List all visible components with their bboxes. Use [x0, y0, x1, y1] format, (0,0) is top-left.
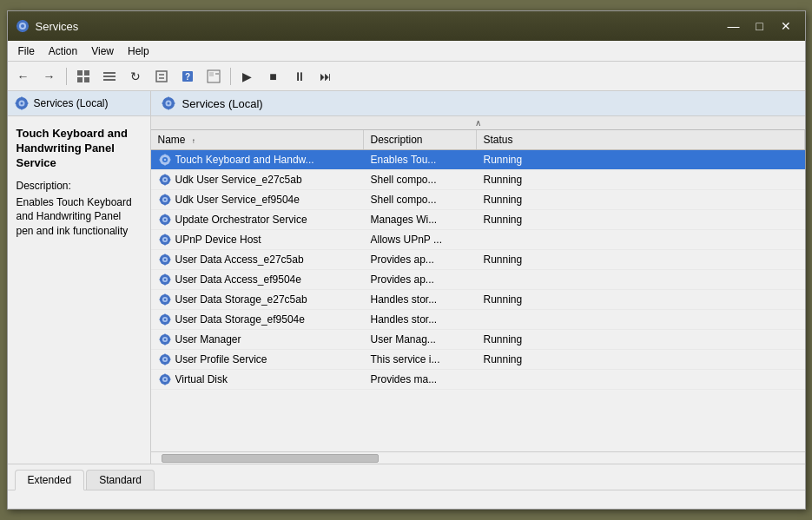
forward-button[interactable]: → [37, 65, 62, 88]
svg-point-45 [163, 179, 166, 181]
left-panel-header: Services (Local) [8, 91, 150, 116]
maximize-button[interactable]: □ [748, 16, 772, 36]
menu-help[interactable]: Help [121, 43, 156, 59]
svg-rect-7 [77, 70, 83, 76]
horizontal-scrollbar[interactable] [151, 451, 805, 464]
col-header-desc[interactable]: Description [364, 130, 477, 149]
table-row[interactable]: Udk User Service_e27c5ab Shell compo... … [151, 170, 805, 190]
table-header: Name ↑ Description Status [151, 130, 805, 150]
cell-name: Update Orchestrator Service [151, 210, 364, 229]
play-button[interactable]: ▶ [235, 65, 260, 88]
gear-icon [158, 273, 172, 286]
tab-extended[interactable]: Extended [15, 470, 85, 490]
bottom-tabs: Extended Standard [8, 464, 805, 490]
cell-name: UPnP Device Host [151, 230, 364, 249]
cell-desc: User Manag... [364, 331, 477, 348]
table-row[interactable]: User Data Storage_e27c5ab Handles stor..… [151, 290, 805, 310]
pause-button[interactable]: ⏸ [287, 65, 312, 88]
svg-rect-14 [156, 71, 167, 82]
gear-icon [158, 372, 172, 386]
svg-point-94 [163, 319, 166, 321]
menu-view[interactable]: View [84, 43, 121, 59]
export-button[interactable] [149, 65, 174, 88]
svg-point-101 [163, 339, 166, 341]
svg-rect-9 [77, 77, 83, 82]
gear-icon [158, 332, 172, 346]
menu-action[interactable]: Action [42, 43, 84, 59]
svg-text:?: ? [184, 72, 189, 82]
svg-point-115 [163, 378, 166, 381]
cell-name: User Data Access_e27c5ab [151, 250, 364, 269]
table-row[interactable]: Udk User Service_ef9504e Shell compo... … [151, 190, 805, 210]
left-panel: Services (Local) Touch Keyboard and Hand… [8, 91, 151, 464]
right-panel-header: Services (Local) [151, 91, 805, 116]
service-detail: Touch Keyboard and Handwriting Panel Ser… [8, 116, 150, 464]
table-row[interactable]: User Profile Service This service i... R… [151, 350, 805, 370]
cell-name: User Data Storage_e27c5ab [151, 290, 364, 309]
minimize-button[interactable]: — [722, 16, 746, 36]
svg-point-24 [20, 102, 23, 105]
view-standard-button[interactable] [71, 65, 96, 88]
cell-name: User Manager [151, 330, 364, 349]
toolbar-separator-2 [230, 68, 231, 85]
gear-icon [158, 313, 172, 326]
service-name: Touch Keyboard and Handwriting Panel Ser… [17, 127, 142, 171]
help-button[interactable]: ? [175, 65, 200, 88]
view-list-button[interactable] [97, 65, 122, 88]
table-row[interactable]: User Manager User Manag... Running [151, 330, 805, 350]
svg-point-2 [21, 24, 24, 28]
cell-desc: Shell compo... [364, 171, 477, 188]
table-row[interactable]: UPnP Device Host Allows UPnP ... [151, 230, 805, 250]
window-icon [15, 18, 30, 34]
cell-desc: Shell compo... [364, 191, 477, 208]
close-button[interactable]: ✕ [774, 16, 798, 36]
table-row[interactable]: Update Orchestrator Service Manages Wi..… [151, 210, 805, 230]
cell-desc: Provides ap... [364, 271, 477, 288]
cell-status: Running [477, 331, 805, 348]
cell-desc: Manages Wi... [364, 211, 477, 228]
refresh-button[interactable]: ↻ [123, 65, 148, 88]
table-row[interactable]: User Data Access_e27c5ab Provides ap... … [151, 250, 805, 270]
cell-desc: This service i... [364, 351, 477, 368]
hscroll-thumb[interactable] [162, 454, 379, 463]
right-panel: Services (Local) ∧ Name ↑ Description [151, 91, 805, 464]
svg-point-108 [163, 359, 166, 361]
table-row[interactable]: Virtual Disk Provides ma... [151, 370, 805, 390]
detail-view-button[interactable] [201, 65, 226, 88]
cell-name: User Data Storage_ef9504e [151, 310, 364, 329]
step-button[interactable]: ⏭ [314, 65, 338, 88]
gear-icon [158, 253, 172, 267]
gear-icon [158, 352, 172, 366]
back-button[interactable]: ← [11, 65, 36, 88]
cell-status [477, 377, 805, 382]
sort-arrow: ∧ [475, 118, 481, 128]
menu-file[interactable]: File [11, 43, 42, 59]
svg-rect-20 [209, 72, 214, 76]
status-bar [8, 490, 805, 509]
gear-icon [158, 173, 172, 187]
right-panel-title: Services (Local) [182, 97, 263, 110]
col-header-status[interactable]: Status [477, 130, 805, 149]
stop-button[interactable]: ■ [261, 65, 286, 88]
table-row[interactable]: User Data Access_ef9504e Provides ap... [151, 270, 805, 290]
tab-standard[interactable]: Standard [86, 470, 155, 490]
svg-rect-11 [103, 72, 116, 74]
gear-icon [158, 153, 172, 167]
svg-rect-8 [84, 70, 89, 76]
cell-name: Virtual Disk [151, 370, 364, 389]
menu-bar: File Action View Help [8, 41, 805, 62]
svg-point-73 [163, 259, 166, 261]
table-row[interactable]: User Data Storage_ef9504e Handles stor..… [151, 310, 805, 330]
svg-point-38 [163, 159, 166, 161]
table-body: Touch Keyboard and Handw... Enables Tou.… [151, 150, 805, 449]
gear-icon [158, 213, 172, 227]
left-panel-title: Services (Local) [34, 97, 109, 109]
svg-point-59 [163, 219, 166, 221]
cell-status [477, 277, 805, 282]
col-header-name[interactable]: Name ↑ [151, 130, 364, 149]
service-desc-text: Enables Touch Keyboard and Handwriting P… [17, 195, 142, 239]
table-row[interactable]: Touch Keyboard and Handw... Enables Tou.… [151, 150, 805, 170]
cell-desc: Handles stor... [364, 311, 477, 328]
toolbar-separator-1 [66, 68, 67, 85]
cell-status: Running [477, 251, 805, 268]
